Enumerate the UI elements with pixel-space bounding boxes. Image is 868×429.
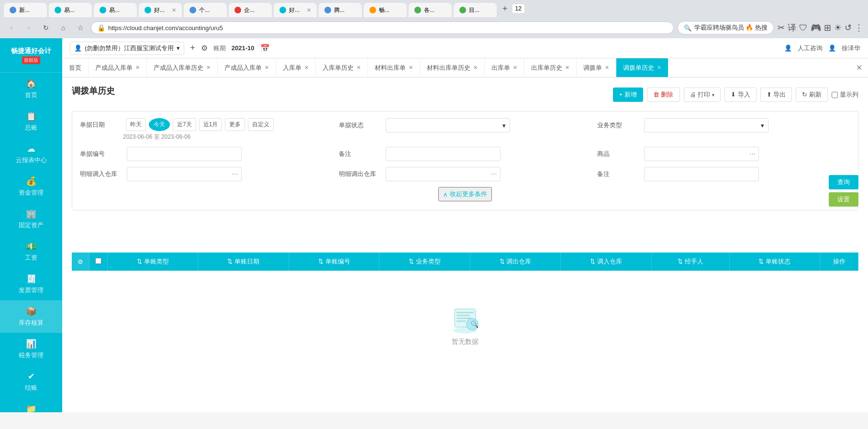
browser-tab-4[interactable]: 好... ✕	[139, 3, 182, 17]
sidebar-item-assets[interactable]: 🏢 固定资产	[0, 203, 62, 235]
gamepad-icon[interactable]: 🎮	[811, 22, 821, 33]
sidebar-item-tax[interactable]: 📊 税务管理	[0, 333, 62, 365]
goods-input[interactable]	[645, 147, 746, 161]
bookmark-btn[interactable]: ☆	[74, 21, 87, 34]
browser-tab-11[interactable]: 目...	[454, 3, 497, 17]
page-tab-material-out[interactable]: 材料出库单 ✕	[368, 58, 420, 77]
month-btn[interactable]: 近1月	[199, 118, 223, 131]
add-company-btn[interactable]: +	[190, 43, 195, 53]
page-tab-home[interactable]: 首页	[62, 58, 89, 77]
th-out-warehouse[interactable]: ⇅ 调出仓库	[470, 253, 560, 271]
collapse-btn[interactable]: ∧ 收起更多条件	[438, 187, 492, 201]
browser-tab-9[interactable]: 畅...	[364, 3, 407, 17]
home-btn[interactable]: ⌂	[56, 21, 70, 34]
sidebar-item-archive[interactable]: 📁 归档管理	[0, 398, 62, 412]
tab-close-in-history[interactable]: ✕	[356, 65, 361, 71]
browser-tab-10[interactable]: 各...	[409, 3, 452, 17]
browser-tab-5[interactable]: 个...	[184, 3, 227, 17]
refresh-btn[interactable]: ↻ 刷新	[796, 88, 828, 102]
tab-close-in[interactable]: ✕	[304, 65, 309, 71]
tab-close-stock-in-history[interactable]: ✕	[206, 65, 211, 71]
menu-icon[interactable]: ⋮	[855, 22, 863, 33]
more-btn[interactable]: 更多	[225, 118, 245, 131]
sidebar-item-inventory[interactable]: 📦 库存核算	[0, 300, 62, 333]
table-gear-icon[interactable]: ⚙	[78, 258, 83, 265]
page-tab-finished-in[interactable]: 产成品入库单 ✕	[218, 58, 276, 77]
in-warehouse-input[interactable]	[127, 167, 229, 181]
sidebar-item-invoice[interactable]: 🧾 发票管理	[0, 268, 62, 300]
back-btn[interactable]: ‹	[5, 21, 18, 34]
docnum-input[interactable]	[127, 147, 242, 161]
shield-icon[interactable]: 🛡	[799, 23, 808, 33]
yesterday-btn[interactable]: 昨天	[126, 118, 146, 131]
custom-btn[interactable]: 自定义	[248, 118, 274, 131]
forward-btn[interactable]: ›	[22, 21, 35, 34]
print-dropdown-arrow[interactable]: ▾	[712, 92, 714, 98]
calendar-icon[interactable]: 📅	[260, 44, 270, 53]
th-gear[interactable]: ⚙	[72, 253, 89, 271]
undo-icon[interactable]: ↺	[845, 22, 852, 33]
th-in-warehouse[interactable]: ⇅ 调入仓库	[561, 253, 651, 271]
translate-icon[interactable]: 译	[788, 22, 796, 33]
th-date[interactable]: ⇅ 单账日期	[198, 253, 289, 271]
browser-tab-7[interactable]: 好... ✕	[274, 3, 317, 17]
th-status[interactable]: ⇅ 单账状态	[729, 253, 820, 271]
close-all-btn[interactable]: ✕	[850, 63, 868, 72]
th-business[interactable]: ⇅ 业务类型	[379, 253, 470, 271]
page-tab-out[interactable]: 出库单 ✕	[485, 58, 524, 77]
sidebar-item-ledger[interactable]: 📋 总账	[0, 105, 62, 138]
th-check[interactable]	[89, 253, 108, 271]
th-number[interactable]: ⇅ 单账编号	[289, 253, 379, 271]
th-type[interactable]: ⇅ 单账类型	[108, 253, 198, 271]
browser-tab-1[interactable]: 新...	[4, 3, 47, 17]
tab-close-7[interactable]: ✕	[307, 7, 311, 13]
tab-close-transfer[interactable]: ✕	[605, 65, 609, 71]
tab-close-stock-in[interactable]: ✕	[135, 65, 140, 71]
browser-tab-3[interactable]: 易...	[94, 3, 137, 17]
tab-close-finished-in[interactable]: ✕	[265, 65, 269, 71]
page-tab-material-out-history[interactable]: 材料出库单历史 ✕	[420, 58, 485, 77]
status-select[interactable]: ▾	[386, 118, 510, 132]
brightness-icon[interactable]: ☀	[834, 22, 842, 33]
print-btn[interactable]: 🖨 打印 ▾	[684, 88, 721, 102]
gear-btn[interactable]: ⚙	[201, 44, 208, 53]
import-btn[interactable]: ⬇ 导入	[724, 88, 757, 102]
business-select[interactable]: ▾	[644, 118, 768, 132]
tab-close-material-out[interactable]: ✕	[409, 65, 413, 71]
browser-search[interactable]: 🔍 学霸应聘场驱鸟员 🔥 热搜	[678, 21, 774, 34]
week-btn[interactable]: 近7天	[173, 118, 196, 131]
reload-btn[interactable]: ↻	[39, 21, 53, 34]
sidebar-item-home[interactable]: 🏠 首页	[0, 73, 62, 105]
page-tab-in-history[interactable]: 入库单历史 ✕	[316, 58, 368, 77]
in-warehouse-ellipsis[interactable]: ···	[229, 170, 241, 178]
tab-close-out[interactable]: ✕	[513, 65, 517, 71]
display-columns-check[interactable]: 显示列	[832, 90, 858, 99]
page-tab-out-history[interactable]: 出库单历史 ✕	[524, 58, 577, 77]
company-selector[interactable]: 👤 (勿删勿禁用）江西服宝测试专用 ▾	[70, 42, 184, 55]
extra-remark-input[interactable]	[644, 167, 759, 181]
delete-btn[interactable]: 🗑 删除	[647, 88, 680, 102]
page-tab-in[interactable]: 入库单 ✕	[276, 58, 316, 77]
th-handler[interactable]: ⇅ 经手人	[651, 253, 729, 271]
page-tab-transfer[interactable]: 调拨单 ✕	[577, 58, 616, 77]
service-btn[interactable]: 人工咨询	[798, 44, 823, 53]
page-tab-transfer-history[interactable]: 调拨单历史 ✕	[616, 58, 668, 77]
select-all-checkbox[interactable]	[95, 258, 101, 264]
tab-close-material-out-history[interactable]: ✕	[473, 65, 478, 71]
remark-input[interactable]	[386, 147, 501, 161]
address-input[interactable]: 🔒 https://cloud.chanjet.com/accounting/u…	[91, 22, 674, 34]
sidebar-item-report[interactable]: ☁ 云报表中心	[0, 138, 62, 170]
display-columns-checkbox[interactable]	[832, 92, 838, 98]
grid-icon[interactable]: ⊞	[824, 22, 831, 33]
settings-btn[interactable]: 设置	[829, 192, 858, 207]
browser-tab-2[interactable]: 易...	[49, 3, 92, 17]
user-name[interactable]: 徐泽华	[842, 44, 860, 53]
tab-close-transfer-history[interactable]: ✕	[657, 65, 661, 71]
sidebar-item-wage[interactable]: 💵 工资	[0, 235, 62, 268]
out-warehouse-input[interactable]	[386, 167, 488, 181]
new-btn[interactable]: + 新增	[613, 88, 643, 102]
browser-tab-6[interactable]: 企...	[229, 3, 272, 17]
goods-ellipsis[interactable]: ···	[746, 150, 758, 158]
sidebar-item-finance[interactable]: 💰 资金管理	[0, 170, 62, 203]
today-btn[interactable]: 今天	[149, 118, 170, 131]
